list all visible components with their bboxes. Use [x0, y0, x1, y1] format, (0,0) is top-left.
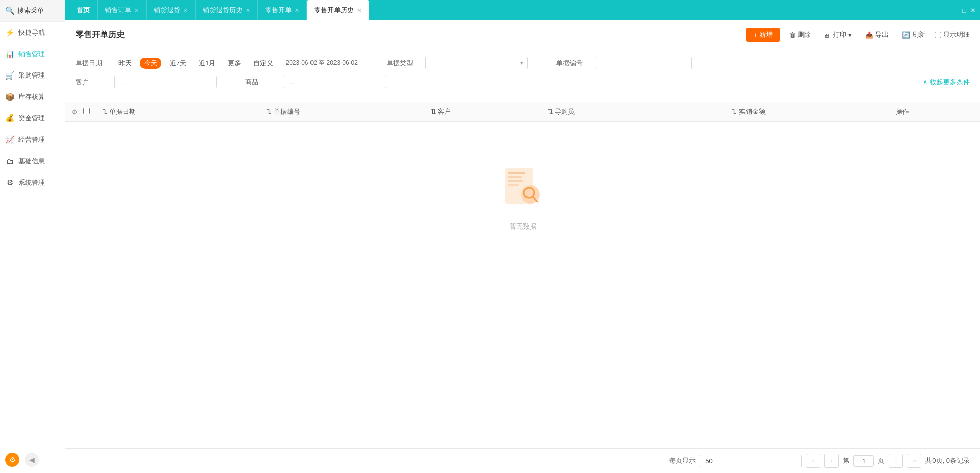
tabs-bar: 首页 销售订单 ✕ 销货退货 ✕ 销货退货历史 ✕ 零售开单 ✕ 零售开单历史 …	[65, 0, 980, 20]
window-close-button[interactable]: ✕	[970, 7, 976, 14]
add-button[interactable]: + 新增	[746, 28, 780, 42]
per-page-select[interactable]: 50 100 200	[700, 455, 802, 467]
tab-close-icon[interactable]: ✕	[183, 7, 188, 14]
refresh-button[interactable]: 🔄 刷新	[898, 28, 929, 41]
tab-home-label: 首页	[77, 6, 90, 15]
print-label: 打印	[833, 30, 846, 39]
table-header-amount: ⇅ 实销金额	[725, 102, 889, 122]
tab-retail-history[interactable]: 零售开单历史 ✕	[307, 0, 369, 20]
sales-icon: 📊	[5, 49, 14, 59]
per-page-select-wrapper: 50 100 200	[700, 455, 802, 467]
date-option-group: 昨天 今天 近7天 近1月 更多 自定义 2023-06-02 至 2023-0…	[114, 58, 358, 69]
number-filter-label: 单据编号	[556, 59, 587, 68]
tab-close-icon[interactable]: ✕	[134, 7, 139, 14]
tab-sales-order[interactable]: 销售订单 ✕	[98, 0, 147, 20]
data-table: ⚙ ⇅ 单据日期 ⇅ 单据编号 ⇅	[65, 102, 980, 272]
delete-label: 删除	[798, 30, 811, 39]
sidebar-item-label: 库存核算	[18, 92, 45, 102]
display-column-checkbox[interactable]	[935, 32, 941, 38]
total-info: 共0页, 0条记录	[925, 456, 970, 465]
tab-sales-return-history[interactable]: 销货退货历史 ✕	[196, 0, 258, 20]
export-button[interactable]: 📤 导出	[861, 28, 893, 41]
table-settings-icon[interactable]: ⚙	[71, 108, 78, 116]
date-option-7days[interactable]: 近7天	[165, 58, 190, 69]
type-select[interactable]	[425, 57, 528, 69]
content-area: 零售开单历史 + 新增 🗑 删除 🖨 打印 ▾ 📤 导出	[65, 20, 980, 473]
tab-sales-return[interactable]: 销货退货 ✕	[147, 0, 196, 20]
operations-icon: 📈	[5, 135, 14, 144]
product-filter-input[interactable]: ...	[284, 76, 386, 88]
tab-close-icon[interactable]: ✕	[246, 7, 250, 14]
number-filter-input[interactable]	[595, 57, 692, 69]
date-option-today[interactable]: 今天	[140, 58, 161, 69]
sidebar-item-finance[interactable]: 💰 资金管理	[0, 108, 65, 129]
first-page-icon: «	[811, 457, 815, 464]
table-header-row: ⚙ ⇅ 单据日期 ⇅ 单据编号 ⇅	[65, 102, 980, 122]
sidebar-item-label: 快捷导航	[18, 28, 45, 37]
tab-home[interactable]: 首页	[69, 0, 98, 20]
quick-nav-icon: ⚡	[5, 28, 14, 37]
page-label-suffix: 页	[878, 456, 885, 465]
select-all-checkbox[interactable]	[83, 108, 90, 114]
product-filter-label: 商品	[245, 78, 276, 87]
sidebar-item-system[interactable]: ⚙ 系统管理	[0, 172, 65, 193]
basic-info-icon: 🗂	[5, 157, 14, 166]
sidebar: 🔍 搜索采单 ⚡ 快捷导航 📊 销售管理 🛒 采购管理 📦 库存核算 💰 资金管…	[0, 0, 65, 473]
sort-icon[interactable]: ⇅	[266, 108, 272, 115]
delete-button[interactable]: 🗑 删除	[785, 28, 815, 41]
sidebar-item-basic-info[interactable]: 🗂 基础信息	[0, 151, 65, 172]
add-icon: +	[753, 31, 757, 39]
collapse-filter-label: 收起更多条件	[930, 78, 970, 87]
table-header-action: 操作	[890, 102, 980, 122]
collapse-filter-button[interactable]: ∧ 收起更多条件	[923, 78, 970, 87]
print-button[interactable]: 🖨 打印 ▾	[820, 28, 856, 41]
window-minimize-button[interactable]: —	[951, 7, 958, 14]
prev-page-button[interactable]: ‹	[824, 454, 839, 468]
sort-icon[interactable]: ⇅	[731, 108, 737, 115]
empty-svg-icon	[497, 163, 548, 214]
tab-close-icon[interactable]: ✕	[357, 7, 362, 14]
sort-icon[interactable]: ⇅	[102, 108, 108, 115]
date-option-custom[interactable]: 自定义	[249, 58, 277, 69]
sort-icon[interactable]: ⇅	[431, 108, 436, 115]
sidebar-item-sales[interactable]: 📊 销售管理	[0, 43, 65, 65]
sidebar-item-operations[interactable]: 📈 经营管理	[0, 129, 65, 151]
table-body: 暂无数据	[65, 122, 980, 272]
main-area: 首页 销售订单 ✕ 销货退货 ✕ 销货退货历史 ✕ 零售开单 ✕ 零售开单历史 …	[65, 0, 980, 473]
next-page-button[interactable]: ›	[889, 454, 903, 468]
tab-close-icon[interactable]: ✕	[295, 7, 299, 14]
date-option-yesterday[interactable]: 昨天	[114, 58, 136, 69]
table-header-settings: ⚙	[65, 102, 96, 122]
customer-filter-input[interactable]: ...	[114, 76, 217, 88]
purchase-icon: 🛒	[5, 71, 14, 80]
first-page-button[interactable]: «	[806, 454, 820, 468]
date-option-1month[interactable]: 近1月	[195, 58, 220, 69]
page-label-prefix: 第	[843, 456, 849, 465]
date-range-display: 2023-06-02 至 2023-06-02	[285, 59, 357, 67]
tab-retail-open[interactable]: 零售开单 ✕	[258, 0, 307, 20]
sidebar-item-inventory[interactable]: 📦 库存核算	[0, 86, 65, 108]
display-column-toggle[interactable]: 显示明细	[935, 30, 970, 39]
print-icon: 🖨	[824, 31, 831, 39]
col-guide-label: 导购员	[555, 108, 575, 115]
sidebar-collapse-button[interactable]: ◀	[25, 453, 39, 467]
sort-icon[interactable]: ⇅	[547, 108, 553, 115]
table-header-guide: ⇅ 导购员	[541, 102, 682, 122]
settings-button[interactable]: ⚙	[5, 453, 19, 467]
sidebar-search[interactable]: 🔍 搜索采单	[0, 0, 65, 22]
svg-rect-1	[508, 172, 525, 174]
date-option-more[interactable]: 更多	[224, 58, 245, 69]
search-icon: 🔍	[5, 6, 14, 15]
page-header: 零售开单历史 + 新增 🗑 删除 🖨 打印 ▾ 📤 导出	[65, 20, 980, 49]
sidebar-item-label: 销售管理	[18, 49, 45, 59]
col-number-label: 单据编号	[274, 108, 300, 115]
refresh-label: 刷新	[912, 30, 925, 39]
sidebar-item-quick-nav[interactable]: ⚡ 快捷导航	[0, 22, 65, 43]
window-maximize-button[interactable]: □	[962, 7, 966, 14]
sidebar-item-purchase[interactable]: 🛒 采购管理	[0, 65, 65, 86]
table-header-date: ⇅ 单据日期	[96, 102, 260, 122]
last-page-button[interactable]: »	[907, 454, 921, 468]
sidebar-item-label: 系统管理	[18, 178, 45, 187]
page-number-input[interactable]	[853, 455, 874, 467]
table-header-customer: ⇅ 客户	[424, 102, 541, 122]
